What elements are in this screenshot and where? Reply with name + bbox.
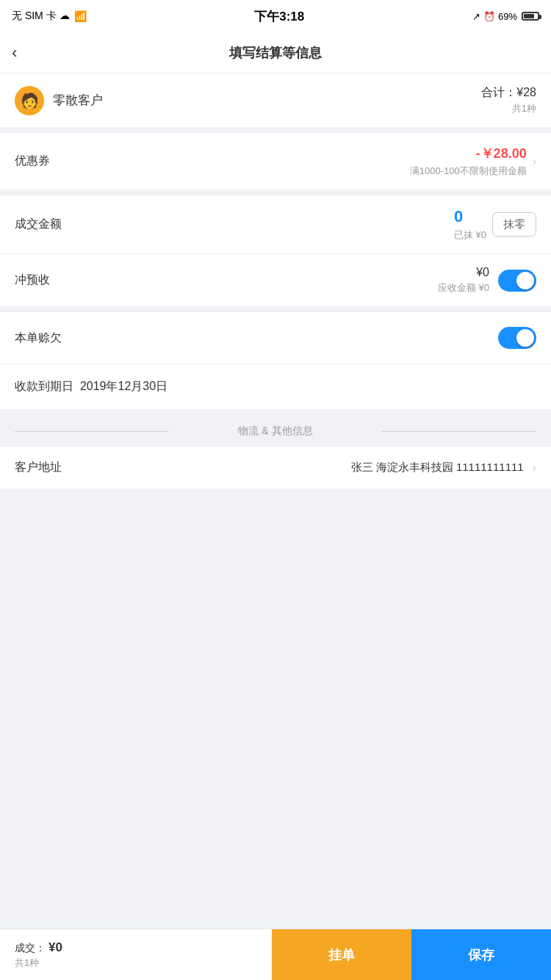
address-value: 张三 海淀永丰科技园 11111111111 xyxy=(73,461,524,475)
bottom-count: 共1种 xyxy=(15,956,257,970)
chevron-right-icon: › xyxy=(533,155,536,168)
address-chevron-icon: › xyxy=(533,461,536,475)
back-button[interactable]: ‹ xyxy=(6,37,23,68)
customer-count: 共1种 xyxy=(481,102,536,115)
due-date-value: 2019年12月30日 xyxy=(80,380,168,392)
bottom-info: 成交： ¥0 共1种 xyxy=(0,940,272,970)
prepay-sub: 应收金额 ¥0 xyxy=(438,281,489,295)
customer-right: 合计：¥28 共1种 xyxy=(481,85,536,115)
location-icon: ↗ xyxy=(472,11,480,22)
logistics-label: 物流 & 其他信息 xyxy=(238,425,312,436)
customer-total: 合计：¥28 xyxy=(481,85,536,101)
deal-label: 成交金额 xyxy=(15,217,73,232)
coupon-value: -￥28.00 满1000-100不限制使用金额 xyxy=(73,145,527,178)
prepay-toggle[interactable] xyxy=(498,270,536,292)
due-date-row: 收款到期日 2019年12月30日 xyxy=(0,364,551,409)
pending-button[interactable]: 挂单 xyxy=(272,929,411,981)
round-zero-button[interactable]: 抹零 xyxy=(492,212,536,237)
customer-card: 🧑 零散客户 合计：¥28 共1种 xyxy=(0,73,551,127)
coupon-sub: 满1000-100不限制使用金额 xyxy=(73,165,527,178)
logistics-divider: 物流 & 其他信息 xyxy=(0,415,551,447)
status-left: 无 SIM 卡 ☁ 📶 xyxy=(12,10,87,23)
credit-toggle[interactable] xyxy=(498,327,536,349)
deal-right: 0 已抹 ¥0 抹零 xyxy=(454,207,536,242)
empty-area xyxy=(0,489,551,606)
coupon-label: 优惠券 xyxy=(15,154,73,169)
deal-amount: 0 xyxy=(454,207,486,226)
sim-status: 无 SIM 卡 ☁ xyxy=(12,10,70,23)
deal-value-wrap: 0 已抹 ¥0 xyxy=(454,207,486,242)
content: 🧑 零散客户 合计：¥28 共1种 优惠券 -￥28.00 满1000-100不… xyxy=(0,73,551,665)
prepay-amount: ¥0 xyxy=(438,266,489,279)
battery-percent: 69% xyxy=(498,11,517,22)
due-date-label: 收款到期日 2019年12月30日 xyxy=(15,380,168,392)
status-bar: 无 SIM 卡 ☁ 📶 下午3:18 ↗ ⏰ 69% xyxy=(0,0,551,32)
address-row[interactable]: 客户地址 张三 海淀永丰科技园 11111111111 › xyxy=(0,447,551,489)
status-time: 下午3:18 xyxy=(254,8,304,25)
coupon-section: 优惠券 -￥28.00 满1000-100不限制使用金额 › xyxy=(0,133,551,190)
credit-section: 本单赊欠 收款到期日 2019年12月30日 xyxy=(0,312,551,409)
page-title: 填写结算等信息 xyxy=(229,44,322,62)
deal-section: 成交金额 0 已抹 ¥0 抹零 冲预收 ¥0 应收金额 ¥0 xyxy=(0,195,551,306)
bottom-bar: 成交： ¥0 共1种 挂单 保存 xyxy=(0,929,551,980)
toggle-knob xyxy=(516,272,534,289)
status-right: ↗ ⏰ 69% xyxy=(472,11,539,22)
battery-icon xyxy=(522,12,539,21)
prepay-value-wrap: ¥0 应收金额 ¥0 xyxy=(438,266,489,295)
deal-sub: 已抹 ¥0 xyxy=(454,228,486,242)
coupon-row[interactable]: 优惠券 -￥28.00 满1000-100不限制使用金额 › xyxy=(0,133,551,190)
customer-left: 🧑 零散客户 xyxy=(15,86,103,115)
prepay-right: ¥0 应收金额 ¥0 xyxy=(438,266,536,295)
save-button[interactable]: 保存 xyxy=(411,929,551,981)
bottom-deal-label: 成交： ¥0 xyxy=(15,940,257,955)
nav-bar: ‹ 填写结算等信息 xyxy=(0,32,551,73)
credit-row: 本单赊欠 xyxy=(0,312,551,364)
wifi-icon: 📶 xyxy=(74,10,87,22)
avatar: 🧑 xyxy=(15,86,44,115)
address-label: 客户地址 xyxy=(15,460,73,475)
alarm-icon: ⏰ xyxy=(483,11,495,22)
credit-toggle-knob xyxy=(516,329,534,347)
coupon-discount: -￥28.00 xyxy=(73,145,527,162)
credit-label: 本单赊欠 xyxy=(15,331,62,346)
prepay-label: 冲预收 xyxy=(15,273,73,288)
customer-name: 零散客户 xyxy=(53,92,103,109)
bottom-deal-amount: ¥0 xyxy=(48,940,62,955)
deal-row: 成交金额 0 已抹 ¥0 抹零 xyxy=(0,195,551,254)
prepay-row: 冲预收 ¥0 应收金额 ¥0 xyxy=(0,254,551,306)
